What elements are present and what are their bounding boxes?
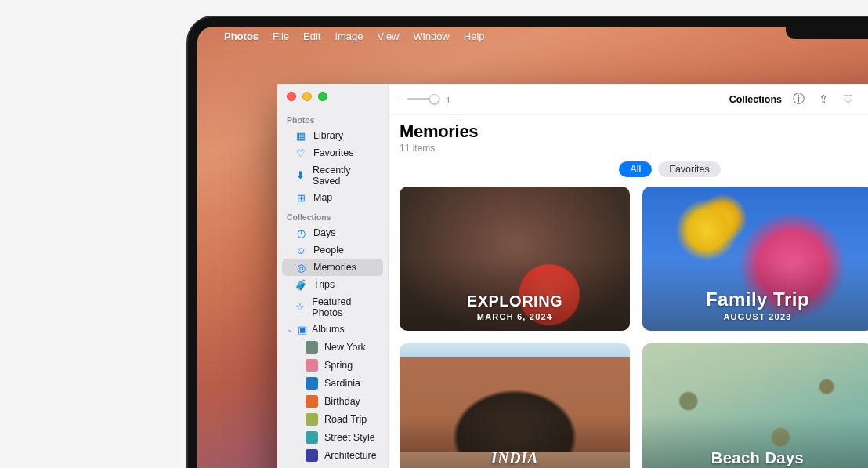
zoom-slider[interactable]: − + xyxy=(396,93,451,106)
album-thumbnail xyxy=(306,431,318,444)
slider-track[interactable] xyxy=(407,98,440,100)
laptop-frame: Photos File Edit Image View Window Help … xyxy=(186,16,868,468)
sidebar-item-label: Trips xyxy=(313,279,335,290)
memory-title: Family Trip xyxy=(706,288,809,310)
search-field[interactable]: 🔍 xyxy=(864,93,868,105)
main-content: − + Collections ⓘ ⇪ ♡ 🔍 Memories xyxy=(389,84,868,468)
filter-bar: All Favorites xyxy=(389,157,868,187)
sidebar: Photos ▦ Library ♡ Favorites ⬇ Recently … xyxy=(277,84,389,468)
clock-icon: ◷ xyxy=(295,227,307,239)
slider-thumb[interactable] xyxy=(429,94,439,104)
person-icon: ☺ xyxy=(295,245,307,256)
memory-title: Beach Days xyxy=(711,449,804,467)
sidebar-item-map[interactable]: ⊞ Map xyxy=(282,189,383,206)
download-icon: ⬇ xyxy=(295,169,306,181)
sidebar-album-item[interactable]: Birthday xyxy=(282,392,383,410)
sidebar-item-label: Recently Saved xyxy=(313,165,377,187)
sidebar-item-label: Library xyxy=(313,130,343,141)
share-icon[interactable]: ⇪ xyxy=(816,93,832,107)
sidebar-item-label: Map xyxy=(313,192,332,203)
sidebar-item-label: Days xyxy=(313,227,335,238)
notch xyxy=(786,17,868,39)
toolbar-collections-button[interactable]: Collections xyxy=(729,94,782,105)
sidebar-item-trips[interactable]: 🧳 Trips xyxy=(282,276,383,293)
sidebar-item-people[interactable]: ☺ People xyxy=(282,241,383,259)
desktop: Photos File Edit Image View Window Help … xyxy=(197,27,868,468)
library-icon: ▦ xyxy=(295,130,307,142)
close-button[interactable] xyxy=(287,92,296,101)
info-icon[interactable]: ⓘ xyxy=(790,92,808,107)
sidebar-album-item[interactable]: New York xyxy=(282,338,383,356)
zoom-in-icon[interactable]: + xyxy=(445,93,451,106)
sidebar-item-label: Memories xyxy=(313,262,356,273)
sidebar-item-label: People xyxy=(313,245,344,256)
sidebar-item-label: Favorites xyxy=(313,147,353,158)
sidebar-item-library[interactable]: ▦ Library xyxy=(282,127,383,144)
sidebar-item-label: Road Trip xyxy=(324,414,367,425)
memory-title: EXPLORING xyxy=(467,292,562,310)
zoom-out-icon[interactable]: − xyxy=(396,93,403,106)
memories-grid: EXPLORING MARCH 6, 2024 Family Trip AUGU… xyxy=(389,187,868,468)
menu-edit[interactable]: Edit xyxy=(303,31,320,42)
sidebar-item-label: New York xyxy=(324,342,366,353)
menu-help[interactable]: Help xyxy=(464,31,485,42)
sidebar-album-item[interactable]: Los Angeles xyxy=(282,464,383,468)
memory-card[interactable]: EXPLORING MARCH 6, 2024 xyxy=(400,187,630,331)
sidebar-item-label: Albums xyxy=(312,324,345,335)
minimize-button[interactable] xyxy=(302,92,312,101)
sidebar-item-label: Featured Photos xyxy=(312,296,377,318)
memory-date: MARCH 6, 2024 xyxy=(467,312,562,321)
sidebar-section-photos: Photos xyxy=(277,109,388,127)
sidebar-item-label: Spring xyxy=(324,360,353,371)
sidebar-album-item[interactable]: Spring xyxy=(282,356,383,374)
menu-image[interactable]: Image xyxy=(335,31,363,42)
album-thumbnail xyxy=(306,413,318,426)
filter-all[interactable]: All xyxy=(619,161,652,177)
fullscreen-button[interactable] xyxy=(318,92,327,101)
memory-card[interactable]: Beach Days OVER THE YEARS xyxy=(642,343,868,468)
memory-card[interactable]: Family Trip AUGUST 2023 xyxy=(642,187,868,331)
toolbar: − + Collections ⓘ ⇪ ♡ 🔍 xyxy=(389,84,868,115)
memory-date: AUGUST 2023 xyxy=(706,312,809,321)
memory-card[interactable]: INDIA DECEMBER 2023 xyxy=(400,343,630,468)
map-icon: ⊞ xyxy=(295,192,307,204)
menu-view[interactable]: View xyxy=(378,31,400,42)
chevron-down-icon: ⌄ xyxy=(287,325,293,333)
photos-window: Photos ▦ Library ♡ Favorites ⬇ Recently … xyxy=(277,84,868,468)
folder-icon: ▣ xyxy=(296,324,309,336)
sidebar-item-featured[interactable]: ☆ Featured Photos xyxy=(282,293,383,321)
sidebar-album-item[interactable]: Street Style xyxy=(282,428,383,446)
sidebar-album-item[interactable]: Sardinia xyxy=(282,374,383,392)
sidebar-item-days[interactable]: ◷ Days xyxy=(282,224,383,241)
memory-title: INDIA xyxy=(473,449,556,467)
sidebar-albums-disclosure[interactable]: ⌄ ▣ Albums xyxy=(282,321,383,338)
sidebar-item-label: Architecture xyxy=(324,450,377,461)
sidebar-item-memories[interactable]: ◎ Memories xyxy=(282,259,383,276)
album-thumbnail xyxy=(306,341,318,354)
menubar: Photos File Edit Image View Window Help xyxy=(197,27,868,45)
sidebar-album-item[interactable]: Road Trip xyxy=(282,410,383,428)
sidebar-item-favorites[interactable]: ♡ Favorites xyxy=(282,144,383,161)
sidebar-item-label: Birthday xyxy=(324,396,360,407)
favorite-icon[interactable]: ♡ xyxy=(840,93,856,107)
menu-window[interactable]: Window xyxy=(414,31,450,42)
star-icon: ☆ xyxy=(295,301,306,313)
sidebar-item-recently-saved[interactable]: ⬇ Recently Saved xyxy=(282,161,383,189)
menubar-app-name[interactable]: Photos xyxy=(224,31,259,42)
filter-favorites[interactable]: Favorites xyxy=(658,161,720,177)
sidebar-item-label: Sardinia xyxy=(324,378,360,389)
window-controls xyxy=(277,92,388,109)
memories-icon: ◎ xyxy=(295,262,307,274)
page-title: Memories xyxy=(400,122,868,142)
suitcase-icon: 🧳 xyxy=(295,279,307,291)
album-thumbnail xyxy=(306,359,318,372)
sidebar-item-label: Street Style xyxy=(324,432,375,443)
album-thumbnail xyxy=(306,395,318,408)
sidebar-section-collections: Collections xyxy=(277,206,388,224)
album-thumbnail xyxy=(306,377,318,390)
page-subtitle: 11 items xyxy=(400,143,868,154)
sidebar-album-item[interactable]: Architecture xyxy=(282,446,383,464)
heart-icon: ♡ xyxy=(295,147,307,159)
album-thumbnail xyxy=(306,449,318,462)
menu-file[interactable]: File xyxy=(273,31,289,42)
